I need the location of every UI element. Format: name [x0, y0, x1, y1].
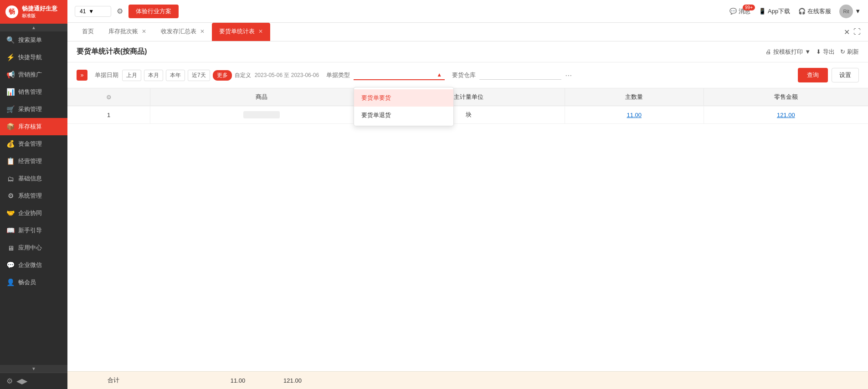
date-filter-label: 单据日期 [95, 71, 118, 79]
sidebar-item-inventory[interactable]: 📦 库存核算 [0, 118, 67, 135]
sidebar-item-enterprise[interactable]: 🤝 企业协同 [0, 205, 67, 222]
sidebar-item-system[interactable]: ⚙ 系统管理 [0, 187, 67, 205]
date-more-badge[interactable]: 更多 [213, 70, 232, 81]
tab-order-stats-label: 要货单统计表 [219, 27, 255, 36]
settings-bottom-icon[interactable]: ⚙ [6, 377, 13, 385]
sidebar-item-operation[interactable]: 📋 经营管理 [0, 153, 67, 170]
table-header-row: ⚙ 商品 主计量单位 主数量 零售金额 [67, 88, 868, 106]
sidebar-item-wechat[interactable]: 💬 企业微信 [0, 256, 67, 274]
date-custom-button[interactable]: 自定义 [235, 72, 251, 79]
trial-button[interactable]: 体验行业方案 [128, 5, 179, 18]
date-last7-button[interactable]: 近7天 [188, 70, 210, 81]
type-select-input[interactable] [356, 72, 434, 78]
customer-service-item[interactable]: 🎧 在线客服 [798, 7, 831, 15]
basic-icon: 🗂 [6, 175, 15, 183]
goods-blurred-value [243, 111, 280, 118]
cell-goods [150, 106, 373, 124]
tab-order-stats[interactable]: 要货单统计表 ✕ [212, 23, 270, 41]
flash-icon: ⚡ [6, 53, 15, 61]
export-button[interactable]: ⬇ 导出 [816, 48, 835, 56]
close-all-tabs-icon[interactable]: ✕ [844, 28, 850, 36]
table-settings-icon[interactable]: ⚙ [106, 94, 112, 101]
topbar-settings-icon[interactable]: ⚙ [117, 7, 123, 15]
table-row: 1 块 11.00 121.00 [67, 106, 868, 124]
user-avatar-item[interactable]: Rit ▼ [839, 5, 861, 18]
appstore-icon: 🖥 [6, 244, 15, 252]
query-button[interactable]: 查询 [798, 68, 828, 82]
sidebar-bottom: ⚙ ◀▶ [0, 373, 67, 389]
type-select-wrap[interactable]: ▲ [354, 71, 445, 80]
purchase-icon: 🛒 [6, 105, 15, 113]
guide-icon: 📖 [6, 226, 15, 235]
marketing-icon: 📢 [6, 71, 15, 79]
type-select-arrow-icon[interactable]: ▲ [437, 72, 442, 78]
cell-quantity[interactable]: 11.00 [565, 106, 704, 124]
print-label: 按模板打印 [773, 48, 803, 56]
col-quantity: 主数量 [565, 88, 704, 106]
filter-date-group: 单据日期 上月 本月 本年 近7天 更多 自定义 2023-05-06 至 20… [95, 70, 319, 81]
maximize-icon[interactable]: ⛶ [853, 28, 861, 36]
sidebar-item-search[interactable]: 🔍 搜索菜单 [0, 31, 67, 49]
main-area: 41 ▼ ⚙ 体验行业方案 💬 消息 99+ 📱 App下载 🎧 在线客服 Ri… [67, 0, 868, 389]
warehouse-select-input[interactable] [482, 72, 559, 78]
expand-icon: » [81, 72, 84, 78]
refresh-button[interactable]: ↻ 刷新 [840, 48, 859, 56]
sidebar-item-finance[interactable]: 💰 资金管理 [0, 135, 67, 153]
print-icon: 🖨 [765, 48, 771, 55]
page-title: 要货单统计表(按商品) [77, 47, 147, 56]
cell-amount[interactable]: 121.00 [704, 106, 868, 124]
notification-badge: 99+ [743, 5, 755, 10]
tab-inventory-batch-close-icon[interactable]: ✕ [142, 28, 146, 35]
date-prev-month-button[interactable]: 上月 [122, 70, 141, 81]
tab-home[interactable]: 首页 [75, 23, 101, 41]
sidebar-logo: 畅 畅捷通好生意 标准版 [0, 0, 67, 24]
footer-amount: 121.00 [265, 377, 320, 384]
date-this-year-button[interactable]: 本年 [166, 70, 185, 81]
page-header: 要货单统计表(按商品) 🖨 按模板打印 ▼ ⬇ 导出 ↻ 刷新 [67, 41, 868, 62]
sidebar-item-quicknav[interactable]: ⚡ 快捷导航 [0, 49, 67, 66]
sidebar-item-sales[interactable]: 📊 销售管理 [0, 83, 67, 101]
tab-inventory-batch-label: 库存批次账 [108, 27, 138, 36]
sidebar-item-label: 采购管理 [18, 105, 42, 113]
enterprise-icon: 🤝 [6, 209, 15, 217]
date-range-text: 2023-05-06 至 2023-06-06 [255, 72, 319, 79]
company-selector[interactable]: 41 ▼ [75, 6, 111, 17]
sidebar-item-appstore[interactable]: 🖥 应用中心 [0, 239, 67, 256]
dropdown-item-return[interactable]: 要货单退货 [354, 107, 453, 124]
sidebar-item-label: 搜索菜单 [18, 36, 42, 44]
headset-icon: 🎧 [798, 8, 806, 15]
sidebar-item-label: 基础信息 [18, 174, 42, 183]
sidebar-scroll-down[interactable]: ▼ [0, 365, 67, 373]
warehouse-select-wrap[interactable] [479, 71, 561, 80]
collapse-icon[interactable]: ◀▶ [16, 377, 27, 385]
table-footer: 合计 11.00 121.00 [67, 371, 868, 389]
tab-receive-summary-close-icon[interactable]: ✕ [200, 28, 205, 35]
more-filters-icon[interactable]: ··· [565, 71, 572, 79]
tab-receive-summary[interactable]: 收发存汇总表 ✕ [154, 23, 212, 41]
sidebar-item-member[interactable]: 👤 畅会员 [0, 274, 67, 291]
dropdown-item-order[interactable]: 要货单要货 [354, 89, 453, 107]
sales-icon: 📊 [6, 88, 15, 96]
sidebar-item-basic[interactable]: 🗂 基础信息 [0, 170, 67, 187]
data-table: ⚙ 商品 主计量单位 主数量 零售金额 1 [67, 88, 868, 124]
wechat-icon: 💬 [6, 261, 15, 269]
app-download-item[interactable]: 📱 App下载 [759, 7, 790, 15]
sidebar-item-label: 营销推广 [18, 71, 42, 79]
table-wrap: ⚙ 商品 主计量单位 主数量 零售金额 1 [67, 88, 868, 371]
date-this-month-button[interactable]: 本月 [144, 70, 163, 81]
sidebar-item-purchase[interactable]: 🛒 采购管理 [0, 101, 67, 118]
refresh-label: 刷新 [847, 48, 859, 56]
sidebar-item-label: 应用中心 [18, 244, 42, 252]
filter-expand-button[interactable]: » [77, 70, 87, 81]
filter-warehouse-group: 要货仓库 ··· [452, 71, 572, 80]
logo-text-block: 畅捷通好生意 标准版 [22, 5, 57, 19]
notification-item[interactable]: 💬 消息 99+ [729, 7, 750, 15]
sidebar-scroll-up[interactable]: ▲ [0, 24, 67, 31]
tab-inventory-batch[interactable]: 库存批次账 ✕ [101, 23, 154, 41]
tab-order-stats-close-icon[interactable]: ✕ [258, 28, 263, 35]
sidebar-item-marketing[interactable]: 📢 营销推广 [0, 66, 67, 83]
print-button[interactable]: 🖨 按模板打印 ▼ [765, 48, 811, 56]
refresh-icon: ↻ [840, 48, 845, 55]
setup-button[interactable]: 设置 [832, 68, 859, 82]
sidebar-item-guide[interactable]: 📖 新手引导 [0, 222, 67, 239]
